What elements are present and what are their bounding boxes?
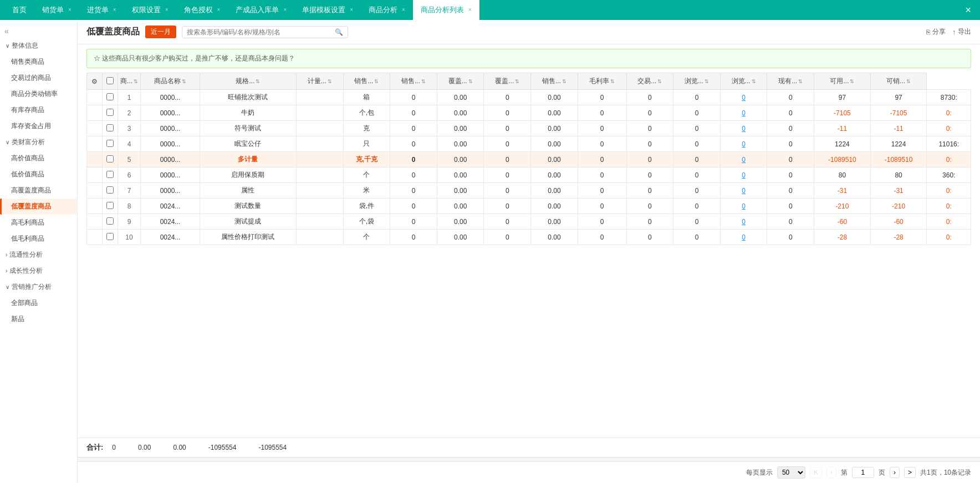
row-checkbox-5[interactable] xyxy=(103,167,118,183)
export-button[interactable]: ↑ 导出 xyxy=(952,27,971,37)
prev-page-button[interactable]: ‹ xyxy=(826,467,836,478)
col-header-sales-qty[interactable]: 销售...⇅ xyxy=(343,73,390,90)
row-checkbox-4[interactable] xyxy=(103,152,118,167)
row-browse1-2[interactable]: 0 xyxy=(720,121,767,136)
col-header-code[interactable]: 商...⇅ xyxy=(118,73,141,90)
nav-tab-template[interactable]: 单据模板设置 × xyxy=(294,0,361,20)
row-checkbox-9[interactable] xyxy=(103,230,118,245)
sidebar-item-low-value[interactable]: 低价值商品 xyxy=(0,166,77,182)
sidebar-item-high-value[interactable]: 高价值商品 xyxy=(0,150,77,166)
search-input[interactable] xyxy=(187,28,332,36)
checkbox-col-header[interactable] xyxy=(103,73,118,90)
nav-tab-permission[interactable]: 权限设置 × xyxy=(124,0,176,20)
close-permission-icon[interactable]: × xyxy=(165,0,169,20)
row-browse1-9[interactable]: 0 xyxy=(720,230,767,245)
row-browse1-0[interactable]: 0 xyxy=(720,90,767,105)
nav-tab-home[interactable]: 首页 xyxy=(4,0,34,20)
row-checkbox-3[interactable] xyxy=(103,136,118,152)
nav-tab-sales-order[interactable]: 销货单 × xyxy=(34,0,79,20)
row-check-1[interactable] xyxy=(106,109,114,116)
col-header-sales-amt[interactable]: 销售...⇅ xyxy=(390,73,437,90)
close-product-analysis-icon[interactable]: × xyxy=(402,0,405,20)
row-check-0[interactable] xyxy=(106,93,114,100)
row-browse1-5[interactable]: 0 xyxy=(720,167,767,183)
col-header-spec[interactable]: 规格...⇅ xyxy=(200,73,296,90)
sidebar-section-liquidity[interactable]: › 流通性分析 xyxy=(0,247,77,263)
row-browse1-6[interactable]: 0 xyxy=(720,183,767,199)
row-checkbox-0[interactable] xyxy=(103,90,118,105)
col-header-cover1[interactable]: 覆盖...⇅ xyxy=(437,73,484,90)
row-browse1-7[interactable]: 0 xyxy=(720,199,767,214)
close-finished-goods-icon[interactable]: × xyxy=(283,0,287,20)
sidebar-item-sales-goods[interactable]: 销售类商品 xyxy=(0,54,77,70)
row-sellable-1: 0: xyxy=(927,105,971,121)
col-header-trade[interactable]: 交易...⇅ xyxy=(626,73,673,90)
nav-tab-finished-goods[interactable]: 产成品入库单 × xyxy=(228,0,294,20)
row-checkbox-2[interactable] xyxy=(103,121,118,136)
close-template-icon[interactable]: × xyxy=(350,0,353,20)
sidebar-section-overall[interactable]: ∨ 整体信息 xyxy=(0,38,77,54)
settings-col-header[interactable]: ⚙ xyxy=(87,73,103,90)
close-all-button[interactable]: × xyxy=(961,4,976,16)
horizontal-scrollbar[interactable] xyxy=(78,457,980,461)
col-header-sales3[interactable]: 销售...⇅ xyxy=(531,73,578,90)
nav-tab-product-analysis-list[interactable]: 商品分析列表 × xyxy=(413,0,479,20)
row-checkbox-6[interactable] xyxy=(103,183,118,199)
sidebar-section-growth[interactable]: › 成长性分析 xyxy=(0,263,77,279)
select-all-checkbox[interactable] xyxy=(106,77,114,84)
col-header-available-stock[interactable]: 可用...⇅ xyxy=(814,73,871,90)
nav-tab-purchase-order[interactable]: 进货单 × xyxy=(79,0,124,20)
row-check-5[interactable] xyxy=(106,171,114,178)
page-size-select[interactable]: 20 50 100 200 xyxy=(777,466,805,479)
next-page-button[interactable]: › xyxy=(890,467,900,478)
sidebar-item-high-coverage[interactable]: 高覆盖度商品 xyxy=(0,182,77,199)
col-header-unit[interactable]: 计量...⇅ xyxy=(296,73,343,90)
sidebar-item-all-goods[interactable]: 全部商品 xyxy=(0,295,77,311)
sidebar-item-traded-goods[interactable]: 交易过的商品 xyxy=(0,70,77,86)
row-check-8[interactable] xyxy=(106,217,114,225)
row-current-stock-0: 97 xyxy=(814,90,871,105)
col-header-browse2[interactable]: 浏览...⇅ xyxy=(720,73,767,90)
nav-tab-role[interactable]: 角色授权 × xyxy=(176,0,228,20)
row-browse1-1[interactable]: 0 xyxy=(720,105,767,121)
close-purchase-icon[interactable]: × xyxy=(113,0,116,20)
sidebar-section-wealth[interactable]: ∨ 类财富分析 xyxy=(0,134,77,150)
sidebar-item-stock-capital[interactable]: 库存资金占用 xyxy=(0,118,77,134)
last-page-button[interactable]: > xyxy=(904,467,916,478)
row-check-6[interactable] xyxy=(106,186,114,194)
sidebar-item-with-stock[interactable]: 有库存商品 xyxy=(0,102,77,118)
sidebar-item-high-margin[interactable]: 高毛利商品 xyxy=(0,215,77,231)
first-page-button[interactable]: K xyxy=(810,467,822,478)
share-button[interactable]: ⎘ 分享 xyxy=(926,27,946,37)
col-header-margin[interactable]: 毛利率⇅ xyxy=(578,73,626,90)
row-check-3[interactable] xyxy=(106,140,114,147)
row-browse1-4[interactable]: 0 xyxy=(720,152,767,167)
page-input[interactable] xyxy=(852,467,874,478)
search-icon[interactable]: 🔍 xyxy=(335,28,343,36)
row-checkbox-1[interactable] xyxy=(103,105,118,121)
close-sales-order-icon[interactable]: × xyxy=(68,0,72,20)
row-browse1-8[interactable]: 0 xyxy=(720,214,767,230)
close-analysis-list-icon[interactable]: × xyxy=(468,0,472,20)
col-header-sellable[interactable]: 可销...⇅ xyxy=(870,73,927,90)
sidebar-item-low-coverage[interactable]: 低覆盖度商品 xyxy=(0,199,77,215)
nav-tab-product-analysis[interactable]: 商品分析 × xyxy=(361,0,413,20)
row-checkbox-7[interactable] xyxy=(103,199,118,214)
row-check-2[interactable] xyxy=(106,124,114,131)
col-header-current-stock[interactable]: 现有...⇅ xyxy=(767,73,814,90)
sidebar-item-low-margin[interactable]: 低毛利商品 xyxy=(0,231,77,247)
sidebar-item-new-goods[interactable]: 新品 xyxy=(0,311,77,327)
sidebar-section-marketing[interactable]: ∨ 营销推广分析 xyxy=(0,279,77,295)
row-check-9[interactable] xyxy=(106,233,114,240)
row-check-4[interactable] xyxy=(106,155,114,162)
col-header-browse1[interactable]: 浏览...⇅ xyxy=(673,73,721,90)
row-checkbox-8[interactable] xyxy=(103,214,118,230)
close-role-icon[interactable]: × xyxy=(217,0,221,20)
sidebar-collapse-btn[interactable]: « xyxy=(4,27,9,35)
col-header-cover2[interactable]: 覆盖...⇅ xyxy=(484,73,531,90)
row-browse1-3[interactable]: 0 xyxy=(720,136,767,152)
filter-button[interactable]: 近一月 xyxy=(145,26,176,38)
sidebar-item-category-rate[interactable]: 商品分类动销率 xyxy=(0,86,77,102)
col-header-name[interactable]: 商品名称⇅ xyxy=(141,73,200,90)
row-check-7[interactable] xyxy=(106,202,114,209)
